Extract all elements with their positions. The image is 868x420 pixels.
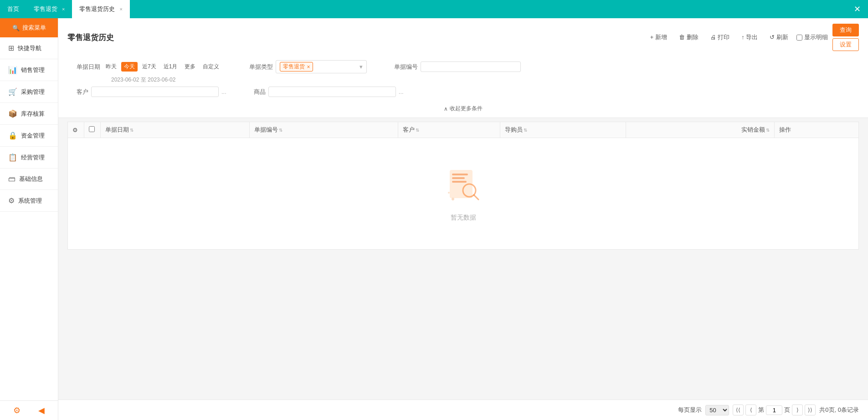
- svg-rect-3: [452, 181, 467, 183]
- doc-type-select[interactable]: 零售退货 × ▾: [276, 60, 367, 73]
- sidebar-collapse-icon[interactable]: ◀: [38, 405, 45, 415]
- col-amount: 实销金额⇅: [626, 122, 775, 138]
- print-button[interactable]: 🖨 打印: [707, 31, 734, 43]
- goods-ellipsis[interactable]: ...: [399, 88, 404, 95]
- filter-row-2: 客户 ... 商品 ...: [77, 87, 850, 97]
- date-range-text: 2023-06-02 至 2023-06-02: [111, 76, 175, 84]
- col-doc-date: 单据日期⇅: [101, 122, 250, 138]
- date-btn-yesterday[interactable]: 昨天: [103, 62, 119, 72]
- sidebar-item-purchase-mgmt[interactable]: 🛒采购管理: [0, 81, 58, 103]
- customer-input[interactable]: [91, 87, 219, 97]
- setting-button[interactable]: 设置: [832, 38, 859, 51]
- purchase-mgmt-icon: 🛒: [8, 87, 17, 96]
- delete-button[interactable]: 🗑 删除: [675, 31, 702, 43]
- sort-icon[interactable]: ⇅: [524, 128, 527, 133]
- svg-point-6: [452, 198, 454, 200]
- top-bar-right: ✕: [854, 4, 868, 14]
- sidebar-item-operations[interactable]: 📋经营管理: [0, 147, 58, 169]
- data-table: ⚙ 单据日期⇅ 单据编号⇅ 客户⇅ 导购员⇅ 实销金额⇅ 操作: [67, 122, 859, 250]
- show-detail-checkbox[interactable]: [796, 35, 802, 41]
- col-guide: 导购员⇅: [500, 122, 626, 138]
- date-filter-label: 单据日期: [77, 63, 100, 71]
- goods-input[interactable]: [268, 87, 396, 97]
- sidebar-search-label: 搜索菜单: [22, 24, 46, 32]
- sidebar-item-quick-nav[interactable]: ⊞快捷导航: [0, 37, 58, 59]
- last-page-button[interactable]: ⟩⟩: [805, 405, 816, 415]
- export-button[interactable]: ↑ 导出: [738, 31, 761, 43]
- date-btn-last7[interactable]: 近7天: [139, 62, 159, 72]
- sidebar-item-base-info[interactable]: 🗃基础信息: [0, 169, 58, 190]
- page-number-input[interactable]: [766, 405, 782, 415]
- sidebar-search-button[interactable]: 🔍 搜索菜单: [0, 18, 58, 37]
- sidebar-item-finance[interactable]: 🔒资金管理: [0, 125, 58, 147]
- page-title-row: 零售退货历史 + 新增 🗑 删除 🖨 打印 ↑ 导出 ↺ 刷新 显示明细 查询 …: [67, 24, 859, 51]
- tab-home[interactable]: 首页: [0, 0, 26, 18]
- sidebar-item-sales-mgmt[interactable]: 📊销售管理: [0, 59, 58, 81]
- query-button[interactable]: 查询: [832, 24, 859, 36]
- empty-state: 暂无数据: [68, 138, 858, 249]
- col-doc-no: 单据编号⇅: [249, 122, 398, 138]
- sidebar-item-label-base-info: 基础信息: [19, 175, 43, 183]
- sidebar-bottom: ⚙ ◀: [0, 400, 58, 420]
- total-info: 共0页, 0条记录: [819, 406, 859, 414]
- col-customer: 客户⇅: [398, 122, 500, 138]
- empty-row: 暂无数据: [68, 138, 859, 250]
- goods-label: 商品: [254, 88, 266, 96]
- table-header-row: ⚙ 单据日期⇅ 单据编号⇅ 客户⇅ 导购员⇅ 实销金额⇅ 操作: [68, 122, 859, 138]
- tab-close-retail-return[interactable]: ×: [62, 6, 65, 12]
- date-btn-today[interactable]: 今天: [121, 62, 138, 72]
- empty-text: 暂无数据: [451, 214, 476, 222]
- new-button[interactable]: + 新增: [647, 31, 671, 43]
- filter-row-1: 单据日期 昨天今天近7天近1月更多自定义 单据类型 零售退货 × ▾: [77, 60, 850, 73]
- refresh-button[interactable]: ↺ 刷新: [766, 31, 792, 43]
- main-layout: 🔍 搜索菜单 ⊞快捷导航📊销售管理🛒采购管理📦库存核算🔒资金管理📋经营管理🗃基础…: [0, 18, 868, 420]
- sort-icon[interactable]: ⇅: [766, 128, 770, 133]
- select-all-checkbox[interactable]: [89, 126, 95, 132]
- date-btn-last_month[interactable]: 近1月: [161, 62, 180, 72]
- sidebar-item-sys-mgmt[interactable]: ⚙系统管理: [0, 190, 58, 212]
- sidebar-settings-icon[interactable]: ⚙: [13, 405, 21, 415]
- sidebar-item-label-sales-mgmt: 销售管理: [21, 66, 45, 74]
- date-range-row: 2023-06-02 至 2023-06-02: [77, 76, 850, 84]
- prev-page-button[interactable]: ⟨: [745, 405, 756, 415]
- col-settings[interactable]: ⚙: [68, 122, 84, 138]
- collapse-button[interactable]: ∧ 收起更多条件: [439, 103, 487, 114]
- date-btn-more[interactable]: 更多: [182, 62, 198, 72]
- goods-filter: 商品 ...: [254, 87, 404, 97]
- toolbar: + 新增 🗑 删除 🖨 打印 ↑ 导出 ↺ 刷新 显示明细 查询 设置: [647, 24, 859, 51]
- sort-icon[interactable]: ⇅: [279, 128, 282, 133]
- doc-type-label: 单据类型: [249, 63, 273, 71]
- tab-retail-return[interactable]: 零售退货×: [26, 0, 72, 18]
- date-buttons: 昨天今天近7天近1月更多自定义: [103, 62, 222, 72]
- doc-no-filter: 单据编号: [394, 61, 521, 72]
- pagination-bar: 每页显示 102050100 ⟨⟨ ⟨ 第 页 ⟩ ⟩⟩ 共0页, 0条记录: [58, 400, 868, 420]
- app-close-button[interactable]: ✕: [854, 4, 861, 14]
- doc-no-label: 单据编号: [394, 63, 418, 71]
- filter-area: 单据日期 昨天今天近7天近1月更多自定义 单据类型 零售退货 × ▾: [67, 56, 859, 118]
- svg-rect-1: [452, 174, 468, 175]
- show-detail-label: 显示明细: [804, 33, 828, 41]
- col-checkbox[interactable]: [84, 122, 101, 138]
- sort-icon[interactable]: ⇅: [130, 128, 134, 133]
- tab-close-retail-return-history[interactable]: ×: [119, 6, 122, 12]
- collapse-label: 收起更多条件: [450, 105, 483, 113]
- date-btn-custom[interactable]: 自定义: [200, 62, 222, 72]
- sort-icon[interactable]: ⇅: [416, 128, 419, 133]
- sidebar-item-label-inventory: 库存核算: [21, 110, 45, 118]
- empty-illustration: [443, 165, 484, 206]
- per-page-select[interactable]: 102050100: [705, 405, 729, 415]
- sidebar-item-label-purchase-mgmt: 采购管理: [21, 88, 45, 96]
- search-icon: 🔍: [12, 25, 20, 31]
- collapse-row: ∧ 收起更多条件: [77, 102, 850, 118]
- sidebar: 🔍 搜索菜单 ⊞快捷导航📊销售管理🛒采购管理📦库存核算🔒资金管理📋经营管理🗃基础…: [0, 18, 58, 420]
- doc-type-tag: 零售退货 ×: [280, 62, 313, 72]
- doc-no-input[interactable]: [421, 61, 521, 72]
- tag-close-icon[interactable]: ×: [307, 64, 310, 70]
- per-page-label: 每页显示: [678, 406, 702, 414]
- tab-retail-return-history[interactable]: 零售退货历史×: [72, 0, 129, 18]
- svg-rect-2: [452, 177, 465, 179]
- first-page-button[interactable]: ⟨⟨: [733, 405, 744, 415]
- customer-ellipsis[interactable]: ...: [221, 88, 226, 95]
- sidebar-item-inventory[interactable]: 📦库存核算: [0, 103, 58, 125]
- next-page-button[interactable]: ⟩: [792, 405, 803, 415]
